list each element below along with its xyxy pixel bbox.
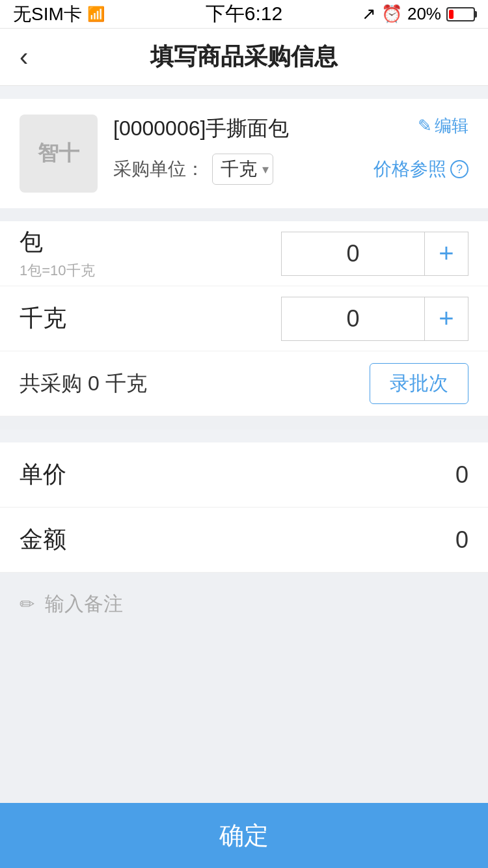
price-row-unit: 单价 0 xyxy=(0,442,488,508)
product-top: [0000006]手撕面包 ✎ 编辑 xyxy=(113,115,468,143)
page-content: 智十 [0000006]手撕面包 ✎ 编辑 采购单位： 千克 价格参照 xyxy=(0,99,488,868)
product-name: [0000006]手撕面包 xyxy=(113,115,289,143)
product-image-logo: 智十 xyxy=(38,139,79,168)
input-row-kg: 千克 + xyxy=(0,286,488,351)
battery-percent: 20% xyxy=(407,4,441,24)
input-label-sub-bao: 1包=10千克 xyxy=(20,261,95,280)
unit-row: 采购单位： 千克 xyxy=(113,154,273,185)
battery-indicator xyxy=(446,7,475,21)
price-ref-button[interactable]: 价格参照 ? xyxy=(373,157,468,182)
product-info: [0000006]手撕面包 ✎ 编辑 采购单位： 千克 价格参照 ? xyxy=(113,115,468,185)
status-time: 下午6:12 xyxy=(206,1,282,27)
batch-button[interactable]: 录批次 xyxy=(370,363,468,404)
status-carrier: 无SIM卡 📶 xyxy=(13,2,105,27)
input-label-main-bao: 包 xyxy=(20,226,95,258)
product-bottom: 采购单位： 千克 价格参照 ? xyxy=(113,154,468,185)
price-section: 单价 0 金额 0 xyxy=(0,442,488,573)
unit-label: 采购单位： xyxy=(113,157,204,182)
edit-button[interactable]: ✎ 编辑 xyxy=(418,115,468,137)
price-label-amount: 金额 xyxy=(20,524,66,556)
price-ref-hint-icon: ? xyxy=(450,160,468,178)
summary-row: 共采购 0 千克 录批次 xyxy=(0,351,488,416)
input-label-kg: 千克 xyxy=(20,303,66,334)
input-right-bao: + xyxy=(281,232,468,276)
qty-input-bao[interactable] xyxy=(281,232,424,276)
unit-selector[interactable]: 千克 xyxy=(212,154,273,185)
alarm-icon: ⏰ xyxy=(381,4,402,24)
status-bar: 无SIM卡 📶 下午6:12 ↗ ⏰ 20% xyxy=(0,0,488,29)
status-right: ↗ ⏰ 20% xyxy=(362,4,475,24)
unit-value: 千克 xyxy=(221,157,257,182)
input-row-bao: 包 1包=10千克 + xyxy=(0,221,488,286)
confirm-button[interactable]: 确定 xyxy=(0,803,488,868)
edit-icon: ✎ xyxy=(418,116,432,136)
price-ref-label: 价格参照 xyxy=(373,157,446,182)
wifi-icon: 📶 xyxy=(87,6,105,23)
nav-bar: ‹ 填写商品采购信息 xyxy=(0,29,488,86)
plus-button-bao[interactable]: + xyxy=(424,232,468,276)
section-divider-2 xyxy=(0,416,488,429)
input-label-main-kg: 千克 xyxy=(20,303,66,334)
qty-input-kg[interactable] xyxy=(281,297,424,341)
input-section: 包 1包=10千克 + 千克 + 共采购 0 千克 录批次 xyxy=(0,221,488,416)
summary-text: 共采购 0 千克 xyxy=(20,370,147,398)
note-input-placeholder[interactable]: 输入备注 xyxy=(45,591,123,617)
section-divider-1 xyxy=(0,208,488,221)
price-row-amount: 金额 0 xyxy=(0,508,488,573)
location-icon: ↗ xyxy=(362,4,376,24)
price-value-unit: 0 xyxy=(455,461,468,489)
page-title: 填写商品采购信息 xyxy=(150,41,338,73)
back-button[interactable]: ‹ xyxy=(20,42,28,72)
product-image: 智十 xyxy=(20,115,98,193)
note-section[interactable]: ✏ 输入备注 xyxy=(0,573,488,636)
product-card: 智十 [0000006]手撕面包 ✎ 编辑 采购单位： 千克 价格参照 xyxy=(0,99,488,208)
input-label-bao: 包 1包=10千克 xyxy=(20,226,95,280)
price-label-unit: 单价 xyxy=(20,459,66,491)
price-value-amount: 0 xyxy=(455,526,468,554)
edit-label: 编辑 xyxy=(435,115,468,137)
plus-button-kg[interactable]: + xyxy=(424,297,468,341)
input-right-kg: + xyxy=(281,297,468,341)
pencil-icon: ✏ xyxy=(20,593,34,615)
